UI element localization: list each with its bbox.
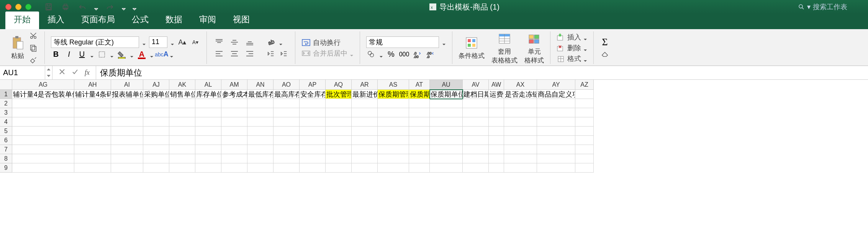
delete-cells-button[interactable]: 删除 — [557, 43, 587, 53]
cell-AY6[interactable] — [537, 136, 575, 145]
fill-color-dropdown-icon[interactable] — [130, 53, 134, 56]
cell-AG6[interactable] — [12, 136, 74, 145]
cell-AP5[interactable] — [300, 127, 326, 136]
phonetic-icon[interactable]: abcA — [157, 49, 167, 59]
cell-AN1[interactable]: 最低库存 — [247, 90, 274, 99]
number-format-combo[interactable] — [366, 36, 439, 48]
tab-review[interactable]: 审阅 — [191, 12, 224, 29]
cell-AZ5[interactable] — [575, 127, 594, 136]
cell-AJ7[interactable] — [143, 145, 169, 154]
cell-AX4[interactable] — [504, 117, 537, 127]
cell-AG8[interactable] — [12, 154, 74, 163]
copy-icon[interactable] — [28, 43, 38, 53]
col-header-AI[interactable]: AI — [111, 80, 143, 90]
cell-AL9[interactable] — [195, 163, 221, 173]
cell-AJ9[interactable] — [143, 163, 169, 173]
cell-AV7[interactable] — [463, 145, 489, 154]
cell-AW9[interactable] — [489, 163, 504, 173]
col-header-AG[interactable]: AG — [12, 80, 74, 90]
cell-AW4[interactable] — [489, 117, 504, 127]
cell-AK5[interactable] — [169, 127, 195, 136]
cell-AK6[interactable] — [169, 136, 195, 145]
col-header-AM[interactable]: AM — [221, 80, 247, 90]
cell-AV8[interactable] — [463, 154, 489, 163]
cell-AJ4[interactable] — [143, 117, 169, 127]
col-header-AK[interactable]: AK — [169, 80, 195, 90]
orientation-icon[interactable]: ab — [266, 37, 276, 47]
cell-AJ2[interactable] — [143, 99, 169, 108]
cell-AR6[interactable] — [352, 136, 378, 145]
cell-AJ5[interactable] — [143, 127, 169, 136]
cell-AT8[interactable] — [409, 154, 430, 163]
borders-icon[interactable] — [97, 49, 107, 59]
cell-AN7[interactable] — [247, 145, 274, 154]
spreadsheet-grid[interactable]: AGAHAIAJAKALAMANAOAPAQARASATAUAVAWAXAYAZ… — [0, 80, 868, 173]
cell-AI1[interactable]: 报表辅单位 — [111, 90, 143, 99]
cell-AL3[interactable] — [195, 108, 221, 117]
cell-AS1[interactable]: 保质期管理 — [378, 90, 409, 99]
cell-AQ6[interactable] — [326, 136, 352, 145]
col-header-AV[interactable]: AV — [463, 80, 489, 90]
cell-AO9[interactable] — [274, 163, 300, 173]
col-header-AN[interactable]: AN — [247, 80, 274, 90]
cell-AJ6[interactable] — [143, 136, 169, 145]
col-header-AL[interactable]: AL — [195, 80, 221, 90]
search-input[interactable] — [813, 3, 863, 11]
cell-AG2[interactable] — [12, 99, 74, 108]
font-color-dropdown-icon[interactable] — [150, 53, 154, 56]
undo-dropdown-icon[interactable] — [94, 5, 98, 9]
format-painter-icon[interactable] — [28, 55, 38, 65]
cell-AT7[interactable] — [409, 145, 430, 154]
increase-font-icon[interactable]: A▴ — [177, 37, 187, 47]
col-header-AP[interactable]: AP — [300, 80, 326, 90]
cell-AL7[interactable] — [195, 145, 221, 154]
cell-AR2[interactable] — [352, 99, 378, 108]
cell-AS9[interactable] — [378, 163, 409, 173]
col-header-AO[interactable]: AO — [274, 80, 300, 90]
cell-AK2[interactable] — [169, 99, 195, 108]
cell-AW6[interactable] — [489, 136, 504, 145]
cell-AT1[interactable]: 保质期 — [409, 90, 430, 99]
cell-AT9[interactable] — [409, 163, 430, 173]
row-header-4[interactable]: 4 — [0, 117, 12, 127]
cell-AL8[interactable] — [195, 154, 221, 163]
cell-AZ3[interactable] — [575, 108, 594, 117]
cell-AN4[interactable] — [247, 117, 274, 127]
cell-AI3[interactable] — [111, 108, 143, 117]
cell-AV2[interactable] — [463, 99, 489, 108]
align-right-icon[interactable] — [244, 49, 256, 59]
cell-AM8[interactable] — [221, 154, 247, 163]
cell-AZ1[interactable] — [575, 90, 594, 99]
cell-AM7[interactable] — [221, 145, 247, 154]
cell-AI7[interactable] — [111, 145, 143, 154]
cell-AP4[interactable] — [300, 117, 326, 127]
cell-AQ9[interactable] — [326, 163, 352, 173]
cell-AX3[interactable] — [504, 108, 537, 117]
cell-AV4[interactable] — [463, 117, 489, 127]
cell-AH9[interactable] — [74, 163, 111, 173]
cell-AY8[interactable] — [537, 154, 575, 163]
cell-AR1[interactable]: 最新进价 — [352, 90, 378, 99]
insert-cells-dropdown-icon[interactable] — [583, 35, 587, 39]
row-header-9[interactable]: 9 — [0, 163, 12, 173]
cell-AS5[interactable] — [378, 127, 409, 136]
cell-AO3[interactable] — [274, 108, 300, 117]
cell-AM1[interactable]: 参考成本 — [221, 90, 247, 99]
col-header-AX[interactable]: AX — [504, 80, 537, 90]
cell-AJ1[interactable]: 采购单位 — [143, 90, 169, 99]
borders-dropdown-icon[interactable] — [110, 53, 114, 56]
cell-AH2[interactable] — [74, 99, 111, 108]
cell-AZ9[interactable] — [575, 163, 594, 173]
percent-icon[interactable]: % — [386, 49, 396, 59]
bold-button[interactable]: B — [51, 49, 61, 59]
insert-cells-button[interactable]: 插入 — [557, 33, 587, 42]
cell-AP8[interactable] — [300, 154, 326, 163]
cell-AO5[interactable] — [274, 127, 300, 136]
cell-AM5[interactable] — [221, 127, 247, 136]
col-header-AS[interactable]: AS — [378, 80, 409, 90]
italic-button[interactable]: I — [64, 49, 74, 59]
orientation-dropdown-icon[interactable] — [279, 40, 283, 44]
merge-center-button[interactable]: 合并后居中 — [301, 49, 354, 58]
cell-AU8[interactable] — [430, 154, 463, 163]
cell-AK1[interactable]: 销售单位 — [169, 90, 195, 99]
